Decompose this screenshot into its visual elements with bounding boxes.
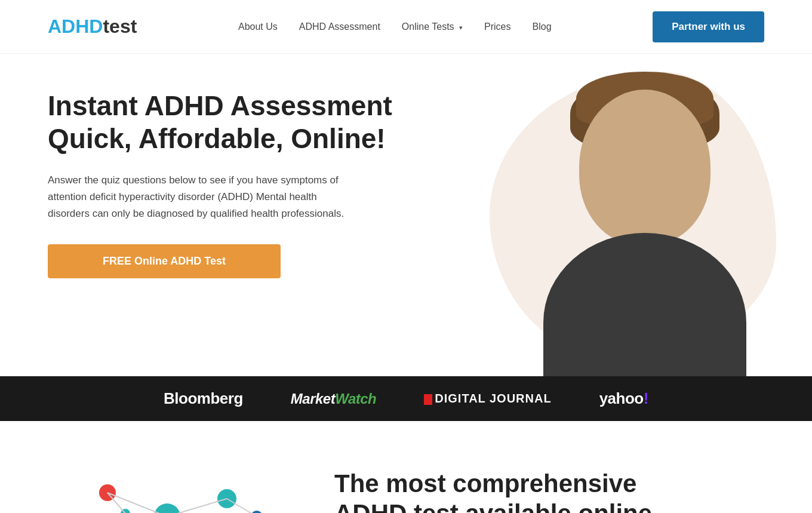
nav-blog[interactable]: Blog xyxy=(533,21,552,32)
dj-square-icon xyxy=(424,394,432,405)
svg-point-8 xyxy=(251,511,263,513)
free-test-button[interactable]: FREE Online ADHD Test xyxy=(48,244,281,278)
hero-content: Instant ADHD Assessment Quick, Affordabl… xyxy=(48,90,392,278)
bottom-text: The most comprehensive ADHD test availab… xyxy=(334,457,764,513)
partner-button[interactable]: Partner with us xyxy=(653,11,764,42)
nav-about[interactable]: About Us xyxy=(238,21,278,32)
yahoo-logo: yahoo! xyxy=(599,389,648,408)
hero-description: Answer the quiz questions below to see i… xyxy=(48,172,346,222)
hero-person-image xyxy=(496,54,812,376)
logo-test: test xyxy=(103,16,137,38)
bloomberg-logo: Bloomberg xyxy=(164,389,243,408)
hero-image-area xyxy=(478,54,812,376)
nav-assessment[interactable]: ADHD Assessment xyxy=(299,21,380,32)
logo-adhd: ADHD xyxy=(48,16,103,38)
nav-online-tests[interactable]: Online Tests ▾ xyxy=(402,21,463,32)
digital-journal-logo: DIGITAL JOURNAL xyxy=(424,392,551,406)
bottom-section: The most comprehensive ADHD test availab… xyxy=(0,421,812,513)
person-silhouette xyxy=(519,66,794,376)
site-logo[interactable]: ADHD test xyxy=(48,16,137,38)
chevron-down-icon: ▾ xyxy=(459,24,463,31)
hero-heading: Instant ADHD Assessment Quick, Affordabl… xyxy=(48,90,392,155)
face-shape xyxy=(579,90,710,245)
nav-prices[interactable]: Prices xyxy=(484,21,510,32)
press-bar: Bloomberg MarketWatch DIGITAL JOURNAL ya… xyxy=(0,376,812,421)
marketwatch-logo: MarketWatch xyxy=(291,391,376,407)
molecule-graphic xyxy=(48,457,287,513)
navbar: ADHD test About Us ADHD Assessment Onlin… xyxy=(0,0,812,54)
nav-links: About Us ADHD Assessment Online Tests ▾ … xyxy=(238,21,552,32)
svg-point-0 xyxy=(154,503,180,513)
hero-section: Instant ADHD Assessment Quick, Affordabl… xyxy=(0,54,812,376)
body-shape xyxy=(543,233,746,376)
bottom-heading: The most comprehensive ADHD test availab… xyxy=(334,469,764,513)
